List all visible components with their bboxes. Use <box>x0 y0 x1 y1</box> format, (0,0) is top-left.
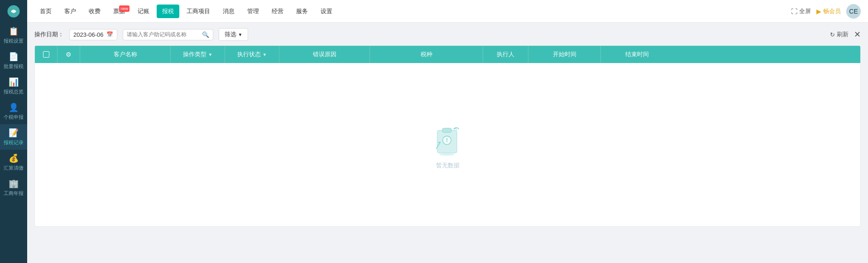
page-content: 操作日期： 2023-06-06 📅 🔍 筛选 ▼ ↻ 刷新 ✕ <box>27 23 868 263</box>
column-settings-icon[interactable]: ⚙ <box>66 51 72 58</box>
settlement-icon: 💰 <box>9 153 19 163</box>
col-error-reason-label: 错误原因 <box>313 50 336 58</box>
nav-item-accounting[interactable]: 记账 <box>132 5 155 18</box>
avatar[interactable]: CE <box>846 4 861 19</box>
nav-item-service[interactable]: 服务 <box>291 5 313 18</box>
annual-report-icon: 🏢 <box>9 179 19 189</box>
date-input[interactable]: 2023-06-06 📅 <box>69 29 117 40</box>
sidebar-logo <box>0 0 27 23</box>
batch-tax-icon: 📄 <box>9 52 19 62</box>
empty-illustration: ! <box>430 120 466 156</box>
col-operation-type-label: 操作类型 <box>183 50 206 58</box>
nav-item-operations[interactable]: 经营 <box>266 5 289 18</box>
table-body: ! 暂无数据 <box>35 63 860 226</box>
filter-label: 筛选 <box>225 30 236 39</box>
nav-item-customer[interactable]: 客户 <box>59 5 82 18</box>
tax-records-icon: 📝 <box>9 128 19 138</box>
topnav-items: 首页 客户 收费 票据new 记账 报税 工商项目 消息 管理 经营 服务 设置 <box>34 5 791 18</box>
sidebar-item-baoshui-zongluan[interactable]: 📊 报税总览 <box>0 73 27 99</box>
tax-overview-icon: 📊 <box>9 77 19 87</box>
col-executor-label: 执行人 <box>497 50 514 58</box>
date-value: 2023-06-06 <box>73 31 104 38</box>
sort-execution-status-icon[interactable]: ▼ <box>263 52 267 57</box>
col-operation-type: 操作类型 ▼ <box>171 46 225 63</box>
personal-tax-icon: 👤 <box>9 102 19 112</box>
col-tax-type-label: 税种 <box>421 50 432 58</box>
table-header: ⚙ 客户名称 操作类型 ▼ 执行状态 ▼ 错误原因 税种 <box>35 46 860 63</box>
topnav: 首页 客户 收费 票据new 记账 报税 工商项目 消息 管理 经营 服务 设置… <box>27 0 868 23</box>
close-button[interactable]: ✕ <box>854 29 861 39</box>
topnav-right: ⛶ 全屏 ▶ 畅会员 CE <box>791 4 861 19</box>
col-start-time-label: 开始时间 <box>553 50 576 58</box>
col-execution-status: 执行状态 ▼ <box>225 46 279 63</box>
sidebar-item-huisuan-jiaona[interactable]: 💰 汇算清缴 <box>0 150 27 175</box>
search-box: 🔍 <box>123 29 213 40</box>
refresh-button[interactable]: ↻ 刷新 <box>830 30 849 39</box>
vip-button[interactable]: ▶ 畅会员 <box>816 7 841 15</box>
sidebar-item-piliang-baoshui[interactable]: 📄 批量报税 <box>0 48 27 73</box>
search-icon: 🔍 <box>202 31 209 38</box>
nav-item-billing[interactable]: 收费 <box>83 5 106 18</box>
col-customer-name: 客户名称 <box>80 46 171 63</box>
empty-text: 暂无数据 <box>436 161 460 170</box>
nav-item-message[interactable]: 消息 <box>217 5 240 18</box>
sidebar: 📋 报税设置 📄 批量报税 📊 报税总览 👤 个税申报 📝 报税记录 💰 汇算清… <box>0 0 27 263</box>
sidebar-item-gongshang-nianbao[interactable]: 🏢 工商年报 <box>0 175 27 200</box>
select-all-checkbox[interactable] <box>43 51 49 58</box>
col-tax-type: 税种 <box>370 46 483 63</box>
chevron-down-icon: ▼ <box>238 32 243 37</box>
filter-button[interactable]: 筛选 ▼ <box>219 28 249 41</box>
fullscreen-icon: ⛶ <box>791 8 797 15</box>
sidebar-item-baoshui-shezhi[interactable]: 📋 报税设置 <box>0 23 27 48</box>
col-settings: ⚙ <box>58 46 80 63</box>
toolbar-right: ↻ 刷新 ✕ <box>830 29 861 39</box>
nav-item-bizproject[interactable]: 工商项目 <box>181 5 216 18</box>
fullscreen-button[interactable]: ⛶ 全屏 <box>791 7 811 15</box>
col-checkbox <box>35 46 58 63</box>
toolbar: 操作日期： 2023-06-06 📅 🔍 筛选 ▼ ↻ 刷新 ✕ <box>34 28 861 41</box>
sort-operation-type-icon[interactable]: ▼ <box>208 52 213 57</box>
col-execution-status-label: 执行状态 <box>237 50 261 58</box>
svg-rect-2 <box>442 128 451 132</box>
vip-icon: ▶ <box>816 8 821 15</box>
refresh-icon: ↻ <box>830 31 835 38</box>
date-label: 操作日期： <box>34 30 64 39</box>
col-end-time: 结束时间 <box>601 46 673 63</box>
empty-state: ! 暂无数据 <box>35 63 860 226</box>
nav-item-tax[interactable]: 报税 <box>157 5 179 18</box>
main-wrapper: 首页 客户 收费 票据new 记账 报税 工商项目 消息 管理 经营 服务 设置… <box>27 0 868 263</box>
nav-item-settings[interactable]: 设置 <box>315 5 338 18</box>
nav-item-homepage[interactable]: 首页 <box>34 5 57 18</box>
col-executor: 执行人 <box>483 46 528 63</box>
col-end-time-label: 结束时间 <box>625 50 649 58</box>
nav-item-manage[interactable]: 管理 <box>242 5 264 18</box>
col-start-time: 开始时间 <box>528 46 601 63</box>
calendar-icon: 📅 <box>106 31 113 38</box>
col-customer-name-label: 客户名称 <box>114 50 137 58</box>
svg-text:!: ! <box>446 137 448 143</box>
sidebar-item-baoshui-jilu[interactable]: 📝 报税记录 <box>0 124 27 150</box>
col-error-reason: 错误原因 <box>279 46 370 63</box>
sidebar-item-geshui-shenbao[interactable]: 👤 个税申报 <box>0 99 27 124</box>
new-badge: new <box>119 5 129 12</box>
report-settings-icon: 📋 <box>9 26 19 36</box>
svg-point-7 <box>439 153 454 156</box>
nav-item-invoice[interactable]: 票据new <box>108 5 130 18</box>
search-input[interactable] <box>127 31 199 38</box>
table-container: ⚙ 客户名称 操作类型 ▼ 执行状态 ▼ 错误原因 税种 <box>34 45 861 227</box>
